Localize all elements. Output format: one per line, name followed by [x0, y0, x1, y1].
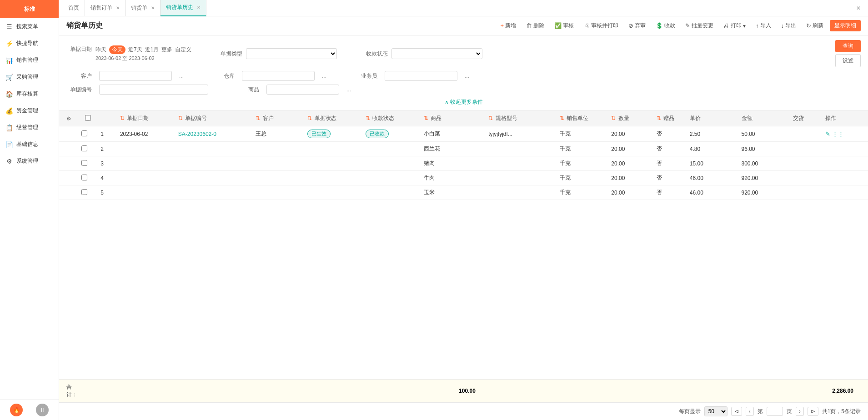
doc-no-col-header[interactable]: ⇅ 单据编号 — [176, 111, 253, 126]
page-input[interactable]: 1 — [767, 407, 783, 416]
doc-no-link[interactable]: SA-20230602-0 — [178, 131, 216, 137]
shortcut-yesterday[interactable]: 昨天 — [95, 46, 106, 54]
customer-cell — [253, 185, 305, 200]
new-button[interactable]: + 新增 — [497, 20, 520, 31]
goods-dots[interactable]: ... — [346, 86, 351, 93]
set-button[interactable]: 设置 — [835, 54, 861, 67]
spec-cell — [486, 171, 557, 185]
checkbox-cell[interactable] — [79, 156, 98, 171]
sidebar-bottom-btn1[interactable]: 🔥 — [10, 404, 23, 416]
business-dots[interactable]: ... — [465, 73, 469, 79]
page-title: 销货单历史 — [66, 21, 103, 30]
sidebar-item-inventory[interactable]: 🏠 库存核算 — [0, 85, 59, 102]
spec-col-header[interactable]: ⇅ 规格型号 — [486, 111, 557, 126]
cart-icon: 🛒 — [5, 74, 13, 81]
tab-delivery-history-close[interactable]: ✕ — [197, 5, 201, 10]
tab-close-area: ✕ — [853, 5, 864, 11]
warehouse-input[interactable] — [242, 71, 315, 81]
abandon-button[interactable]: ⊘ 弃审 — [625, 20, 649, 31]
close-all-tabs[interactable]: ✕ — [853, 5, 864, 11]
goods-input[interactable] — [266, 85, 339, 95]
print-button[interactable]: 🖨 打印 ▾ — [720, 20, 749, 31]
gift-col-header[interactable]: ⇅ 赠品 — [654, 111, 687, 126]
shortcut-today[interactable]: 今天 — [109, 45, 125, 54]
sidebar-bottom-btn2[interactable]: ⏸ — [36, 404, 49, 416]
doc-date-cell: 2023-06-02 — [117, 126, 176, 142]
tab-delivery-close[interactable]: ✕ — [151, 5, 155, 10]
tab-home[interactable]: 首页 — [63, 0, 85, 16]
checkbox-cell[interactable] — [79, 142, 98, 156]
audit-print-button[interactable]: 🖨 审核并打印 — [580, 20, 622, 31]
sort-icon: ⇅ — [256, 115, 260, 121]
qty-cell: 20.00 — [608, 126, 654, 142]
delete-button[interactable]: 🗑 删除 — [522, 20, 548, 31]
doc-status-badge: 已生效 — [307, 130, 331, 138]
row-checkbox[interactable] — [81, 189, 87, 195]
spec-cell — [486, 142, 557, 156]
query-button[interactable]: 查询 — [835, 40, 861, 52]
tab-delivery-history[interactable]: 销货单历史 ✕ — [161, 0, 206, 16]
sidebar-item-ops-mgmt[interactable]: 📋 经营管理 — [0, 119, 59, 136]
row-checkbox[interactable] — [81, 160, 87, 166]
shortcut-custom[interactable]: 自定义 — [175, 46, 191, 54]
footer-label: 合计： — [66, 383, 82, 399]
sidebar-item-purchase-mgmt[interactable]: 🛒 采购管理 — [0, 69, 59, 85]
checkbox-cell[interactable] — [79, 126, 98, 142]
collapse-button[interactable]: ∧ 收起更多条件 — [445, 98, 483, 106]
sort-icon: ⇅ — [657, 115, 661, 121]
next-page-button[interactable]: › — [796, 407, 804, 416]
qty-col-header[interactable]: ⇅ 数量 — [608, 111, 654, 126]
collect-status-select[interactable] — [391, 48, 482, 59]
show-detail-button[interactable]: 显示明细 — [830, 20, 861, 31]
checkbox-col-header[interactable] — [79, 111, 98, 126]
checkbox-cell[interactable] — [79, 185, 98, 200]
per-page-select[interactable]: 50 20 100 — [704, 406, 728, 416]
prev-page-button[interactable]: ‹ — [746, 407, 754, 416]
last-page-button[interactable]: ⊳ — [808, 407, 818, 416]
row-checkbox[interactable] — [81, 175, 87, 180]
shortcut-7days[interactable]: 近7天 — [128, 46, 142, 54]
doc-type-select[interactable] — [246, 48, 337, 59]
select-all-checkbox[interactable] — [85, 115, 91, 121]
home-icon: 🏠 — [5, 90, 13, 98]
first-page-button[interactable]: ⊲ — [731, 407, 742, 416]
export-button[interactable]: ↓ 导出 — [778, 20, 800, 31]
batch-change-button[interactable]: ✎ 批量变更 — [682, 20, 717, 31]
import-button[interactable]: ↑ 导入 — [752, 20, 775, 31]
doc-no-input[interactable] — [99, 85, 208, 95]
doc-no-label: 单据编号 — [66, 86, 92, 94]
customer-input[interactable] — [99, 71, 172, 81]
collect-status-col-header[interactable]: ⇅ 收款状态 — [363, 111, 421, 126]
doc-status-col-header[interactable]: ⇅ 单据状态 — [305, 111, 363, 126]
row-checkbox[interactable] — [81, 130, 87, 136]
shortcut-more[interactable]: 更多 — [161, 46, 172, 54]
refresh-button[interactable]: ↻ 刷新 — [803, 20, 827, 31]
settings-col-header[interactable]: ⚙ — [59, 111, 79, 126]
checkbox-cell[interactable] — [79, 171, 98, 185]
warehouse-dots[interactable]: ... — [322, 73, 326, 79]
business-input[interactable] — [385, 71, 457, 81]
doc-date-col-header[interactable]: ⇅ 单据日期 — [117, 111, 176, 126]
sidebar-item-capital-mgmt[interactable]: 💰 资金管理 — [0, 102, 59, 119]
unit-col-header[interactable]: ⇅ 销售单位 — [557, 111, 609, 126]
tab-sales-order-close[interactable]: ✕ — [116, 5, 120, 10]
sidebar-item-basic-info[interactable]: 📄 基础信息 — [0, 136, 59, 153]
tab-sales-order[interactable]: 销售订单 ✕ — [85, 0, 125, 16]
edit-icon: ✎ — [685, 22, 690, 29]
sidebar-item-sales-mgmt[interactable]: 📊 销售管理 — [0, 52, 59, 69]
collect-button[interactable]: 💲 收款 — [652, 20, 679, 31]
goods-col-header[interactable]: ⇅ 商品 — [421, 111, 486, 126]
sidebar-item-quick-nav[interactable]: ⚡ 快捷导航 — [0, 35, 59, 52]
more-icon[interactable]: ⋮⋮ — [832, 130, 844, 137]
tab-delivery[interactable]: 销货单 ✕ — [125, 0, 161, 16]
audit-button[interactable]: ✅ 审核 — [551, 20, 577, 31]
shortcut-1month[interactable]: 近1月 — [145, 46, 159, 54]
row-checkbox[interactable] — [81, 145, 87, 151]
sidebar-item-search-menu[interactable]: ☰ 搜索菜单 — [0, 18, 59, 35]
qty-cell: 20.00 — [608, 185, 654, 200]
customer-col-header[interactable]: ⇅ 客户 — [253, 111, 305, 126]
gift-cell: 否 — [654, 142, 687, 156]
edit-icon[interactable]: ✎ — [825, 130, 830, 137]
customer-dots[interactable]: ... — [179, 73, 184, 79]
sidebar-item-sys-mgmt[interactable]: ⚙ 系统管理 — [0, 153, 59, 170]
